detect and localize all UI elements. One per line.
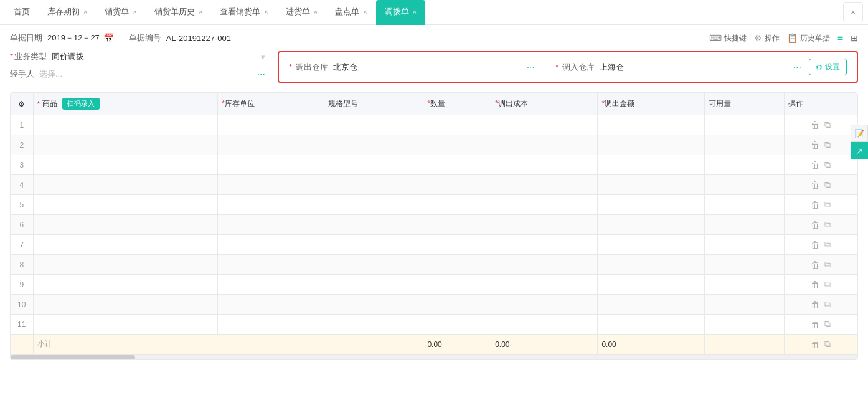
copy-row-icon[interactable]: ⧉	[824, 299, 831, 310]
cell-empty[interactable]	[491, 215, 598, 235]
cell-empty[interactable]	[704, 115, 784, 135]
copy-row-icon[interactable]: ⧉	[824, 179, 831, 190]
cell-empty[interactable]	[324, 175, 423, 195]
cell-empty[interactable]	[704, 155, 784, 175]
cell-empty[interactable]	[704, 135, 784, 155]
settings-button[interactable]: ⚙ 设置	[809, 59, 847, 75]
copy-row-icon[interactable]: ⧉	[824, 140, 831, 150]
delete-row-icon[interactable]: 🗑	[811, 260, 819, 270]
history-button[interactable]: 📋 历史单据	[787, 33, 830, 44]
copy-row-icon[interactable]: ⧉	[824, 199, 831, 210]
tab-purchase-close[interactable]: ×	[314, 8, 318, 16]
cell-empty[interactable]	[33, 295, 218, 315]
cell-empty[interactable]	[423, 195, 491, 215]
layout-button-list[interactable]: ≡	[837, 32, 843, 44]
cell-empty[interactable]	[218, 215, 324, 235]
cell-empty[interactable]	[324, 275, 423, 295]
operations-button[interactable]: ⚙ 操作	[754, 33, 780, 44]
cell-empty[interactable]	[218, 195, 324, 215]
tab-sales-order-close[interactable]: ×	[133, 8, 136, 16]
cell-empty[interactable]	[704, 195, 784, 215]
cell-empty[interactable]	[423, 215, 491, 235]
cell-empty[interactable]	[218, 135, 324, 155]
delete-row-icon[interactable]: 🗑	[811, 180, 819, 190]
cell-empty[interactable]	[491, 195, 598, 215]
subtotal-copy-icon[interactable]: ⧉	[824, 339, 831, 350]
side-expand-button[interactable]: ↗	[851, 142, 868, 159]
copy-row-icon[interactable]: ⧉	[824, 279, 831, 290]
tab-home[interactable]: 首页	[5, 0, 39, 25]
cell-empty[interactable]	[598, 315, 704, 335]
business-type-select[interactable]: 同价调拨 ▾	[52, 51, 265, 62]
cell-empty[interactable]	[598, 115, 704, 135]
cell-empty[interactable]	[324, 295, 423, 315]
delete-row-icon[interactable]: 🗑	[811, 120, 819, 130]
cell-empty[interactable]	[598, 195, 704, 215]
cell-empty[interactable]	[491, 255, 598, 275]
cell-empty[interactable]	[33, 215, 218, 235]
shortcuts-button[interactable]: ⌨ 快捷键	[709, 33, 747, 44]
cell-empty[interactable]	[491, 235, 598, 255]
copy-row-icon[interactable]: ⧉	[824, 120, 831, 130]
cell-empty[interactable]	[598, 215, 704, 235]
side-note-button[interactable]: 📝	[851, 125, 868, 142]
window-close-button[interactable]: ×	[843, 2, 863, 22]
cell-empty[interactable]	[218, 175, 324, 195]
tab-sales-order[interactable]: 销货单 ×	[96, 0, 145, 25]
cell-empty[interactable]	[598, 155, 704, 175]
cell-empty[interactable]	[704, 295, 784, 315]
subtotal-delete-icon[interactable]: 🗑	[811, 340, 819, 350]
cell-empty[interactable]	[598, 275, 704, 295]
tab-transfer-close[interactable]: ×	[413, 8, 417, 16]
tab-sales-history-close[interactable]: ×	[199, 8, 202, 16]
cell-empty[interactable]	[324, 195, 423, 215]
copy-row-icon[interactable]: ⧉	[824, 159, 831, 170]
cell-empty[interactable]	[598, 235, 704, 255]
cell-empty[interactable]	[324, 315, 423, 335]
delete-row-icon[interactable]: 🗑	[811, 320, 819, 330]
handler-input[interactable]: 选择...	[39, 69, 252, 80]
tab-purchase[interactable]: 进货单 ×	[277, 0, 326, 25]
cell-empty[interactable]	[218, 295, 324, 315]
tab-inventory-count-close[interactable]: ×	[363, 8, 367, 16]
copy-row-icon[interactable]: ⧉	[824, 239, 831, 250]
scan-input-button[interactable]: 扫码录入	[62, 98, 100, 110]
cell-empty[interactable]	[218, 115, 324, 135]
cell-empty[interactable]	[423, 255, 491, 275]
th-settings[interactable]: ⚙	[11, 93, 33, 115]
cell-empty[interactable]	[33, 115, 218, 135]
cell-empty[interactable]	[491, 155, 598, 175]
cell-empty[interactable]	[218, 275, 324, 295]
delete-row-icon[interactable]: 🗑	[811, 280, 819, 290]
cell-empty[interactable]	[423, 115, 491, 135]
cell-empty[interactable]	[704, 175, 784, 195]
cell-empty[interactable]	[598, 135, 704, 155]
cell-empty[interactable]	[491, 295, 598, 315]
cell-empty[interactable]	[324, 155, 423, 175]
calendar-icon[interactable]: 📅	[103, 33, 114, 43]
tab-sales-history[interactable]: 销货单历史 ×	[146, 0, 211, 25]
scrollbar-thumb[interactable]	[11, 355, 135, 360]
cell-empty[interactable]	[704, 215, 784, 235]
cell-empty[interactable]	[33, 135, 218, 155]
cell-empty[interactable]	[704, 255, 784, 275]
cell-empty[interactable]	[491, 315, 598, 335]
business-type-dropdown-icon[interactable]: ▾	[261, 52, 265, 62]
cell-empty[interactable]	[704, 275, 784, 295]
cell-empty[interactable]	[324, 135, 423, 155]
copy-row-icon[interactable]: ⧉	[824, 319, 831, 330]
layout-button-grid[interactable]: ⊞	[851, 33, 858, 43]
cell-empty[interactable]	[218, 155, 324, 175]
cell-empty[interactable]	[33, 275, 218, 295]
copy-row-icon[interactable]: ⧉	[824, 219, 831, 230]
cell-empty[interactable]	[324, 215, 423, 235]
cell-empty[interactable]	[423, 155, 491, 175]
handler-more-button[interactable]: ···	[257, 69, 265, 80]
tab-view-sales-close[interactable]: ×	[264, 8, 268, 16]
transfer-out-more-button[interactable]: ···	[527, 62, 535, 73]
cell-empty[interactable]	[218, 235, 324, 255]
tab-inventory-init[interactable]: 库存期初 ×	[39, 0, 96, 25]
cell-empty[interactable]	[324, 115, 423, 135]
cell-empty[interactable]	[33, 155, 218, 175]
cell-empty[interactable]	[33, 255, 218, 275]
